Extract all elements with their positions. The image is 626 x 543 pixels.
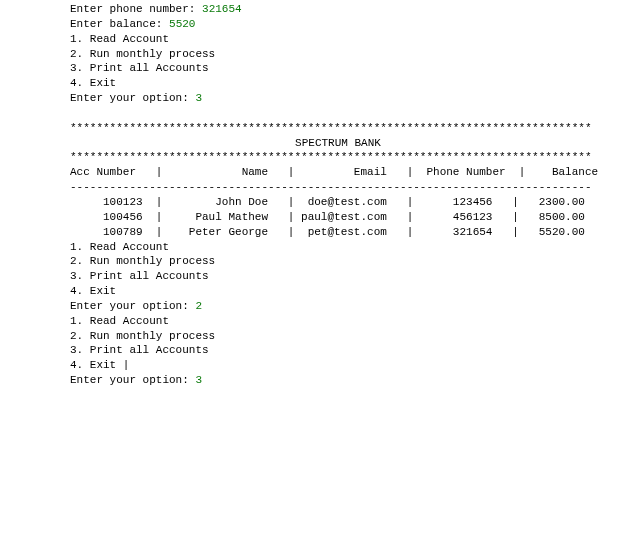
console-output: Enter phone number: 321654 Enter balance…	[0, 2, 626, 388]
option-prompt-2: Enter your option: 2	[70, 299, 606, 314]
table-row: 100789 | Peter George | pet@test.com | 3…	[70, 225, 606, 240]
stars-under-title: ****************************************…	[70, 150, 606, 165]
table-row: 100123 | John Doe | doe@test.com | 12345…	[70, 195, 606, 210]
option-prompt-1: Enter your option: 3	[70, 91, 606, 106]
menu-opt-2: 2. Run monthly process	[70, 329, 606, 344]
balance-value: 5520	[169, 18, 195, 30]
option-label: Enter your option:	[70, 300, 195, 312]
menu-opt-3: 3. Print all Accounts	[70, 61, 606, 76]
menu-opt-1: 1. Read Account	[70, 314, 606, 329]
menu-opt-3: 3. Print all Accounts	[70, 343, 606, 358]
menu-opt-2: 2. Run monthly process	[70, 47, 606, 62]
phone-label: Enter phone number:	[70, 3, 202, 15]
option-value-3: 3	[195, 374, 202, 386]
menu-opt-4: 4. Exit	[70, 76, 606, 91]
option-value-2: 2	[195, 300, 202, 312]
phone-value: 321654	[202, 3, 242, 15]
menu-opt-4-cursor: 4. Exit |	[70, 358, 606, 373]
option-label: Enter your option:	[70, 92, 195, 104]
option-prompt-3: Enter your option: 3	[70, 373, 606, 388]
stars-top: ****************************************…	[70, 121, 606, 136]
table-row: 100456 | Paul Mathew | paul@test.com | 4…	[70, 210, 606, 225]
spacer	[0, 388, 626, 543]
table-header: Acc Number | Name | Email | Phone Number…	[70, 165, 606, 180]
blank-line	[70, 106, 606, 121]
phone-prompt: Enter phone number: 321654	[70, 2, 606, 17]
menu-opt-1: 1. Read Account	[70, 32, 606, 47]
menu-opt-1: 1. Read Account	[70, 240, 606, 255]
balance-label: Enter balance:	[70, 18, 169, 30]
table-dashes: ----------------------------------------…	[70, 180, 606, 195]
menu-opt-2: 2. Run monthly process	[70, 254, 606, 269]
bank-title: SPECTRUM BANK	[70, 136, 606, 151]
balance-prompt: Enter balance: 5520	[70, 17, 606, 32]
menu-opt-3: 3. Print all Accounts	[70, 269, 606, 284]
option-label: Enter your option:	[70, 374, 195, 386]
option-value-1: 3	[195, 92, 202, 104]
menu-opt-4: 4. Exit	[70, 284, 606, 299]
